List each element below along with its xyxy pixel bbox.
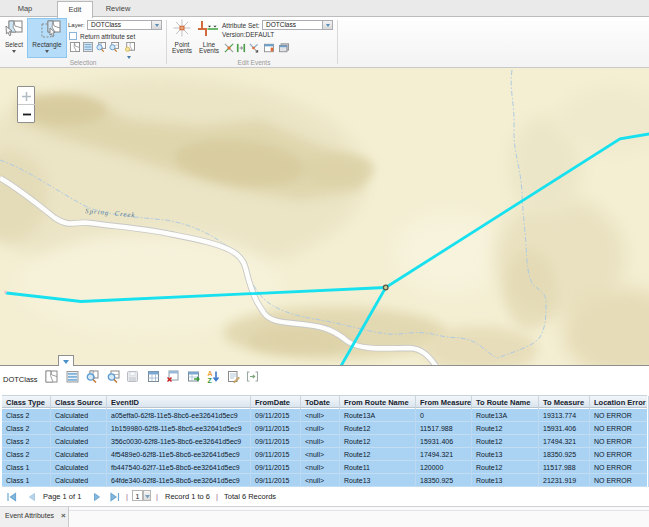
svg-text:Z: Z [207,377,212,384]
